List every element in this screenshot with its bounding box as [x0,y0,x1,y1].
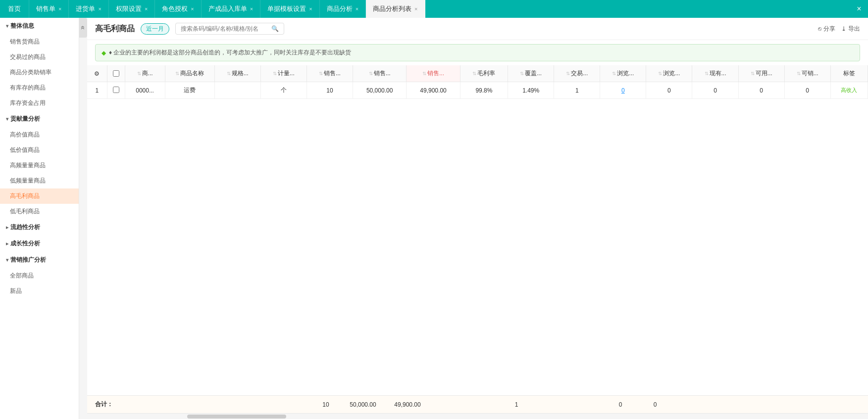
summary-available: 0 [638,401,672,408]
sidebar-section-marketing-analysis-title[interactable]: ▾ 营销推广分析 [0,252,79,268]
sales-order-close[interactable]: × [58,6,61,12]
purchase-order-close[interactable]: × [98,6,101,12]
sidebar-item-low-value-goods[interactable]: 低价值商品 [0,142,79,158]
sort-icon-13: ⇅ [705,71,709,76]
sidebar-item-traded-goods[interactable]: 交易过的商品 [0,49,79,65]
cell-checkbox [107,82,125,99]
tab-purchase-order[interactable]: 进货单 × [69,0,108,18]
footer-summary: 合计： 10 50,000.00 49,900.00 1 [87,395,868,413]
filter-recent-month-button[interactable]: 近一月 [141,23,169,35]
product-entry-close[interactable]: × [250,6,253,12]
sales-order-label: 销售单 [36,4,55,13]
cell-coverage: 1.49% [508,82,554,99]
sort-icon-8: ⇅ [472,71,476,76]
col-browse2: ⇅ 浏览... [646,65,692,82]
scroll-thumb[interactable] [187,415,286,419]
product-analysis-close[interactable]: × [356,6,358,12]
tab-template-settings[interactable]: 单据模板设置 × [260,0,319,18]
cell-transaction: 1 [554,82,600,99]
cell-unit: 个 [260,82,306,99]
sidebar-item-inventory-capital[interactable]: 库存资金占用 [0,95,79,111]
col-index: ⚙ [87,65,107,82]
close-all-button[interactable]: × [850,0,868,18]
template-settings-close[interactable]: × [309,6,312,12]
tag-high-income: 高收入 [841,87,857,93]
browse1-link[interactable]: 0 [621,87,625,94]
sidebar-item-high-margin-goods[interactable]: 高毛利商品 [0,188,79,204]
notice-text: ♦ 企业的主要的利润都是这部分商品创造的，可考虑加大推广，同时关注库存是不要出现… [109,48,351,57]
sidebar-section-trend-analysis-title[interactable]: ▸ 流趋性分析 [0,219,79,235]
notice-icon: ◆ [102,49,106,56]
cell-sales-amount: 50,000.00 [353,82,406,99]
tab-sales-order[interactable]: 销售单 × [29,0,69,18]
sidebar-item-high-freq-goods[interactable]: 高频量量商品 [0,158,79,173]
col-checkbox [107,65,125,82]
tab-product-analysis-list[interactable]: 商品分析列表 × [366,0,425,18]
product-table: ⚙ ⇅ 商... [87,65,868,99]
sidebar-item-all-goods[interactable]: 全部商品 [0,268,79,283]
arrow-down-icon: ▾ [6,23,8,29]
tab-home[interactable]: 首页 [0,0,29,18]
sort-icon-11: ⇅ [612,71,616,76]
col-margin-rate: ⇅ 毛利率 [460,65,508,82]
sidebar-item-goods-assist-rate[interactable]: 商品分类助销率 [0,65,79,80]
product-analysis-list-label: 商品分析列表 [373,4,411,13]
search-icon[interactable]: 🔍 [271,25,279,32]
export-button[interactable]: ⤓ 导出 [841,25,860,33]
sidebar-section-wealth-analysis-title[interactable]: ▾ 贡献量分析 [0,111,79,127]
sort-icon-7: ⇅ [422,71,426,76]
settings-icon[interactable]: ⚙ [94,70,100,77]
product-analysis-list-close[interactable]: × [414,6,417,12]
arrow-down-icon-2: ▾ [6,116,8,122]
sidebar-section-growth-analysis-title[interactable]: ▸ 成长性分析 [0,235,79,252]
summary-sales-qty: 10 [311,401,341,408]
cell-code: 0000... [125,82,165,99]
col-spec: ⇅ 规格... [214,65,260,82]
sidebar-toggle-button[interactable]: « [79,18,87,38]
cell-index: 1 [87,82,107,99]
horizontal-scrollbar[interactable] [87,413,868,419]
permission-settings-close[interactable]: × [145,6,148,12]
tab-permission-settings[interactable]: 权限设置 × [109,0,155,18]
sort-icon-12: ⇅ [658,71,662,76]
sidebar-section-overall-info: ▾ 整体信息 销售货商品 交易过的商品 商品分类助销率 有库存的商品 库存资金占… [0,18,79,111]
cell-margin-rate: 99.8% [460,82,508,99]
cell-tag: 高收入 [830,82,868,99]
cell-saleable: 0 [784,82,830,99]
sidebar-section-marketing-analysis: ▾ 营销推广分析 全部商品 新品 [0,252,79,299]
sidebar-section-overall-info-title[interactable]: ▾ 整体信息 [0,18,79,34]
sort-icon-2: ⇅ [175,71,179,76]
search-input[interactable] [181,25,268,32]
summary-sales-amount: 50,000.00 [341,401,385,408]
tab-role-permission[interactable]: 角色授权 × [155,0,201,18]
col-current-stock: ⇅ 现有... [692,65,738,82]
table-container: ⚙ ⇅ 商... [87,65,868,395]
table-row: 1 0000... 运费 个 10 50,000.00 49,900.00 99 [87,82,868,99]
search-container: 🔍 [175,23,284,35]
sidebar-item-sales-goods[interactable]: 销售货商品 [0,34,79,49]
sidebar-item-low-freq-goods[interactable]: 低频量量商品 [0,173,79,188]
cell-available: 0 [738,82,784,99]
sort-icon-9: ⇅ [520,71,524,76]
row-checkbox[interactable] [113,87,119,93]
product-entry-label: 产成品入库单 [208,4,247,13]
sidebar: ▾ 整体信息 销售货商品 交易过的商品 商品分类助销率 有库存的商品 库存资金占… [0,18,79,419]
header-actions: ⎋ 分享 ⤓ 导出 [818,25,860,33]
select-all-checkbox[interactable] [113,70,119,77]
sidebar-item-high-value-goods[interactable]: 高价值商品 [0,127,79,142]
col-tag: 标签 [830,65,868,82]
sidebar-item-low-margin-goods[interactable]: 低毛利商品 [0,204,79,219]
share-icon: ⎋ [818,25,821,32]
arrow-down-icon-3: ▾ [6,257,8,263]
share-button[interactable]: ⎋ 分享 [818,25,835,33]
tab-product-entry[interactable]: 产成品入库单 × [202,0,260,18]
tab-product-analysis[interactable]: 商品分析 × [320,0,366,18]
sidebar-item-inventory-goods[interactable]: 有库存的商品 [0,80,79,95]
cell-browse1: 0 [600,82,646,99]
top-navigation: 首页 销售单 × 进货单 × 权限设置 × 角色授权 × 产成品入库单 × 单据… [0,0,868,18]
purchase-order-label: 进货单 [76,4,95,13]
sidebar-item-new-goods[interactable]: 新品 [0,283,79,299]
summary-transaction: 1 [499,401,534,408]
role-permission-close[interactable]: × [191,6,194,12]
role-permission-label: 角色授权 [162,4,188,13]
